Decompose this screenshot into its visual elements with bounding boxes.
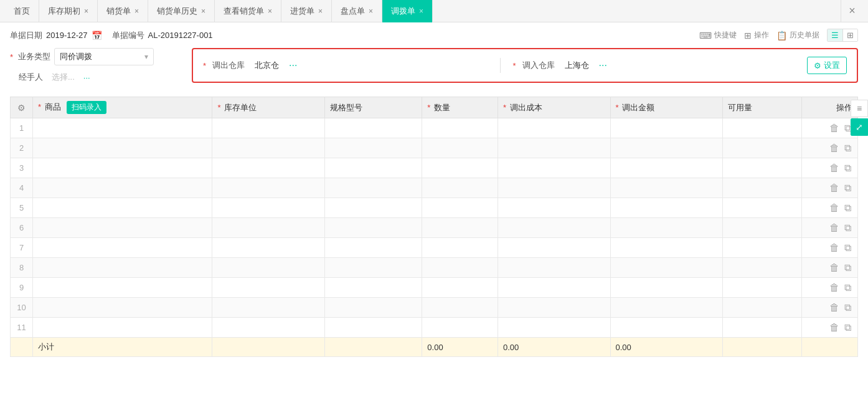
cell-available[interactable] [723, 138, 802, 158]
delete-row-icon[interactable]: 🗑 [829, 183, 839, 194]
delete-row-icon[interactable]: 🗑 [829, 242, 839, 254]
cell-cost[interactable] [498, 258, 610, 278]
copy-row-icon[interactable]: ⧉ [844, 302, 851, 313]
cell-spec[interactable] [325, 138, 422, 158]
tab-sales-order[interactable]: 销货单 × [98, 0, 148, 22]
copy-row-icon[interactable]: ⧉ [844, 262, 851, 274]
cell-cost[interactable] [498, 158, 610, 178]
cell-cost[interactable] [498, 218, 610, 238]
cell-spec[interactable] [325, 318, 422, 338]
shortcuts-button[interactable]: ⌨ 快捷键 [699, 30, 737, 40]
cell-spec[interactable] [325, 238, 422, 258]
cell-unit[interactable] [212, 138, 325, 158]
warehouse-in-more-icon[interactable]: ··· [599, 60, 607, 71]
cell-cost[interactable] [498, 298, 610, 318]
cell-product[interactable] [33, 198, 212, 218]
cell-spec[interactable] [325, 298, 422, 318]
person-more-icon[interactable]: ··· [83, 73, 90, 82]
cell-product[interactable] [33, 218, 212, 238]
delete-row-icon[interactable]: 🗑 [829, 143, 839, 154]
cell-amount[interactable] [610, 118, 723, 138]
grid-view-button[interactable]: ⊞ [843, 29, 857, 41]
warehouse-in-value[interactable]: 上海仓 [565, 60, 589, 71]
scan-button[interactable]: 扫码录入 [67, 101, 106, 114]
delete-row-icon[interactable]: 🗑 [829, 163, 839, 174]
cell-available[interactable] [723, 118, 802, 138]
cell-amount[interactable] [610, 218, 723, 238]
cell-product[interactable] [33, 138, 212, 158]
cell-unit[interactable] [212, 258, 325, 278]
warehouse-out-more-icon[interactable]: ··· [289, 60, 297, 71]
cell-spec[interactable] [325, 178, 422, 198]
copy-row-icon[interactable]: ⧉ [844, 242, 851, 254]
cell-spec[interactable] [325, 258, 422, 278]
cell-available[interactable] [723, 278, 802, 298]
cell-cost[interactable] [498, 178, 610, 198]
tab-view-sales[interactable]: 查看销货单 × [215, 0, 281, 22]
tab-inventory-init-close[interactable]: × [84, 7, 88, 16]
cell-available[interactable] [723, 218, 802, 238]
cell-qty[interactable] [422, 178, 498, 198]
tab-inventory-check-close[interactable]: × [369, 7, 373, 16]
person-placeholder[interactable]: 选择... [52, 72, 75, 83]
cell-spec[interactable] [325, 158, 422, 178]
cell-amount[interactable] [610, 238, 723, 258]
cell-unit[interactable] [212, 298, 325, 318]
cell-amount[interactable] [610, 258, 723, 278]
cell-spec[interactable] [325, 278, 422, 298]
tab-view-sales-close[interactable]: × [268, 7, 272, 16]
window-close-button[interactable]: × [841, 0, 863, 22]
copy-row-icon[interactable]: ⧉ [844, 222, 851, 234]
cell-amount[interactable] [610, 138, 723, 158]
cell-available[interactable] [723, 178, 802, 198]
cell-qty[interactable] [422, 278, 498, 298]
cell-amount[interactable] [610, 298, 723, 318]
tab-inventory-init[interactable]: 库存期初 × [39, 0, 98, 22]
cell-product[interactable] [33, 298, 212, 318]
cell-qty[interactable] [422, 198, 498, 218]
table-settings-icon[interactable]: ⚙ [17, 103, 26, 113]
tab-purchase-close[interactable]: × [318, 7, 323, 16]
delete-row-icon[interactable]: 🗑 [829, 322, 839, 333]
delete-row-icon[interactable]: 🗑 [829, 262, 839, 274]
copy-row-icon[interactable]: ⧉ [844, 143, 851, 154]
cell-cost[interactable] [498, 118, 610, 138]
operations-button[interactable]: ⊞ 操作 [744, 30, 769, 40]
copy-row-icon[interactable]: ⧉ [844, 202, 851, 214]
cell-available[interactable] [723, 298, 802, 318]
cell-qty[interactable] [422, 138, 498, 158]
cell-spec[interactable] [325, 198, 422, 218]
cell-cost[interactable] [498, 278, 610, 298]
cell-cost[interactable] [498, 138, 610, 158]
cell-unit[interactable] [212, 218, 325, 238]
doc-panel-button[interactable]: ≡ [851, 100, 868, 117]
copy-row-icon[interactable]: ⧉ [844, 183, 851, 194]
cell-unit[interactable] [212, 238, 325, 258]
cell-amount[interactable] [610, 158, 723, 178]
settings-button[interactable]: ⚙ 设置 [807, 57, 847, 74]
tab-transfer[interactable]: 调拨单 × [382, 0, 433, 22]
cell-cost[interactable] [498, 198, 610, 218]
cell-unit[interactable] [212, 118, 325, 138]
cell-amount[interactable] [610, 318, 723, 338]
expand-panel-button[interactable]: ⤢ [851, 118, 868, 136]
cell-amount[interactable] [610, 278, 723, 298]
delete-row-icon[interactable]: 🗑 [829, 282, 839, 293]
delete-row-icon[interactable]: 🗑 [829, 302, 839, 313]
tab-purchase[interactable]: 进货单 × [281, 0, 332, 22]
cell-spec[interactable] [325, 118, 422, 138]
cell-product[interactable] [33, 178, 212, 198]
cell-product[interactable] [33, 278, 212, 298]
tab-sales-history-close[interactable]: × [201, 7, 205, 16]
cell-qty[interactable] [422, 158, 498, 178]
cell-unit[interactable] [212, 278, 325, 298]
cell-amount[interactable] [610, 198, 723, 218]
copy-row-icon[interactable]: ⧉ [844, 282, 851, 293]
delete-row-icon[interactable]: 🗑 [829, 123, 839, 134]
tab-transfer-close[interactable]: × [419, 7, 423, 16]
tab-sales-order-close[interactable]: × [134, 7, 139, 16]
cell-qty[interactable] [422, 118, 498, 138]
delete-row-icon[interactable]: 🗑 [829, 202, 839, 214]
cell-cost[interactable] [498, 238, 610, 258]
cell-qty[interactable] [422, 298, 498, 318]
